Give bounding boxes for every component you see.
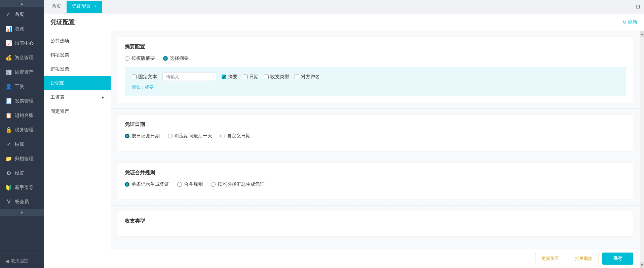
radio-single-record-label: 单条记录生成凭证	[131, 181, 169, 187]
reports-icon: 📈	[5, 40, 12, 46]
checkbox-date[interactable]: 日期	[243, 74, 259, 80]
sidebar-item-sales-ledger-label: 进销台账	[15, 113, 34, 119]
scroll-up-arrow[interactable]: ▲	[640, 31, 644, 37]
sidebar-item-close-accounts[interactable]: ✓ 结账	[0, 137, 44, 151]
radio-select-summary[interactable]: 选择摘要	[163, 55, 189, 61]
checkbox-counterpart[interactable]: 对方户名	[295, 74, 320, 80]
left-nav-payroll-table[interactable]: 工资表 ▾	[44, 90, 111, 104]
pin-icon: ◀	[5, 259, 9, 264]
radio-period-last-day-input[interactable]	[168, 134, 173, 138]
radio-custom-date-label: 自定义日期	[227, 133, 251, 139]
checkbox-date-input[interactable]	[243, 75, 248, 79]
checkbox-counterpart-input[interactable]	[295, 75, 299, 79]
checkbox-fixed-text[interactable]: 固定文本	[132, 74, 157, 80]
sidebar-item-guide-label: 新手引导	[15, 185, 34, 191]
radio-custom-date-input[interactable]	[220, 134, 225, 138]
sidebar-item-invoice-mgmt[interactable]: 🧾 发票管理	[0, 94, 44, 108]
divider-3	[111, 205, 640, 206]
radio-journal-date[interactable]: 按日记账日期	[125, 133, 160, 139]
sidebar-item-reports[interactable]: 📈 报表中心	[0, 36, 44, 50]
left-nav-journal-label: 日记账	[50, 80, 65, 86]
body-area: 公共选项 销项发票 进项发票 日记账 工资表 ▾ 固定资产	[44, 31, 644, 268]
summary-preview: 例如：摘要	[132, 84, 619, 90]
left-nav-public-label: 公共选项	[50, 38, 69, 44]
sidebar-item-ledger[interactable]: 📊 总账	[0, 21, 44, 36]
left-nav-fixed-asset-label: 固定资产	[50, 108, 69, 115]
summary-checkbox-label: 摘要	[228, 74, 237, 80]
right-scrollbar: ▲ ▼	[640, 31, 644, 268]
sidebar-item-tax-mgmt[interactable]: 🔒 税务管理	[0, 123, 44, 137]
tax-mgmt-icon: 🔒	[5, 127, 12, 133]
radio-summary-generate[interactable]: 按照选择汇总生成凭证	[211, 181, 265, 187]
sidebar-item-vip[interactable]: V 畅会员	[0, 195, 44, 209]
sidebar-item-archive-mgmt-label: 归档管理	[15, 156, 34, 162]
close-accounts-icon: ✓	[5, 141, 12, 147]
sidebar-scroll-up[interactable]: ▲	[0, 0, 44, 7]
left-nav-journal[interactable]: 日记账	[44, 76, 111, 90]
divider-1	[111, 108, 640, 109]
save-button[interactable]: 保存	[602, 253, 633, 265]
refresh-label: 刷新	[628, 19, 637, 25]
radio-template-input[interactable]	[125, 56, 129, 61]
checkbox-income-type[interactable]: 收支类型	[264, 74, 289, 80]
tab-home[interactable]: 首页	[46, 1, 67, 13]
left-nav-fixed-asset[interactable]: 固定资产	[44, 104, 111, 119]
sales-ledger-icon: 📋	[5, 112, 12, 119]
radio-template-summary[interactable]: 按模版摘要	[125, 55, 155, 61]
sidebar-item-sales-ledger[interactable]: 📋 进销台账	[0, 108, 44, 123]
tab-bar: 首页 凭证配置 × — ⊡	[44, 0, 644, 13]
checkbox-summary[interactable]: 摘要	[222, 74, 237, 80]
sidebar-pin-button[interactable]: ◀ 取消固定	[0, 254, 44, 268]
fixed-text-label: 固定文本	[138, 74, 157, 80]
radio-single-record[interactable]: 单条记录生成凭证	[125, 181, 169, 187]
sidebar-item-settings[interactable]: ⚙ 设置	[0, 166, 44, 180]
sidebar-item-guide[interactable]: 🔰 新手引导	[0, 180, 44, 195]
radio-template-label: 按模版摘要	[131, 55, 155, 61]
sidebar-item-settings-label: 设置	[15, 170, 24, 176]
sidebar-item-home[interactable]: ⌂ 首页	[0, 7, 44, 21]
sidebar-item-payroll[interactable]: 👤 工资	[0, 79, 44, 94]
summary-config-box: 固定文本 摘要 日期	[125, 67, 626, 96]
refresh-button[interactable]: ↻ 刷新	[622, 19, 637, 25]
scroll-down-arrow[interactable]: ▼	[640, 262, 644, 268]
checkbox-income-type-input[interactable]	[264, 75, 269, 79]
checkbox-fixed-text-input[interactable]	[132, 75, 137, 79]
update-preview-button[interactable]: 更新预置	[535, 253, 565, 264]
left-nav: 公共选项 销项发票 进项发票 日记账 工资表 ▾ 固定资产	[44, 31, 111, 268]
sidebar-item-funds[interactable]: 💰 资金管理	[0, 50, 44, 65]
main-content: 摘要配置 按模版摘要 选择摘要	[111, 31, 640, 249]
tab-restore-button[interactable]: ⊡	[634, 2, 641, 11]
radio-merge-rule[interactable]: 合并规则	[177, 181, 203, 187]
batch-delete-button[interactable]: 批量删除	[569, 253, 599, 264]
fixed-text-input[interactable]	[162, 73, 216, 81]
radio-journal-date-label: 按日记账日期	[131, 133, 160, 139]
radio-period-last-day[interactable]: 对应期间最后一天	[168, 133, 212, 139]
left-nav-purchase-invoice[interactable]: 进项发票	[44, 62, 111, 76]
summary-radio-group: 按模版摘要 选择摘要	[125, 55, 626, 61]
sidebar: ▲ ⌂ 首页 📊 总账 📈 报表中心 💰 资金管理 🏢 固定资产 👤 工资 🧾 …	[0, 0, 44, 268]
radio-custom-date[interactable]: 自定义日期	[220, 133, 251, 139]
checkbox-summary-input[interactable]	[222, 75, 226, 79]
payroll-chevron-icon: ▾	[102, 95, 104, 100]
radio-summary-generate-input[interactable]	[211, 182, 216, 187]
tab-voucher-config[interactable]: 凭证配置 ×	[67, 1, 102, 13]
sidebar-scroll-down[interactable]: ▼	[0, 209, 44, 216]
radio-select-input[interactable]	[163, 56, 168, 61]
radio-period-last-day-label: 对应期间最后一天	[175, 133, 212, 139]
sidebar-item-archive-mgmt[interactable]: 📁 归档管理	[0, 151, 44, 166]
sidebar-item-fixed-assets[interactable]: 🏢 固定资产	[0, 65, 44, 79]
sidebar-item-invoice-mgmt-label: 发票管理	[15, 98, 34, 104]
tab-close-icon[interactable]: ×	[94, 4, 97, 9]
radio-journal-date-input[interactable]	[125, 134, 129, 138]
left-nav-public[interactable]: 公共选项	[44, 34, 111, 48]
sidebar-item-funds-label: 资金管理	[15, 55, 34, 61]
date-checkbox-label: 日期	[249, 74, 259, 80]
left-nav-sales-invoice[interactable]: 销项发票	[44, 48, 111, 62]
radio-select-label: 选择摘要	[170, 55, 189, 61]
sidebar-item-home-label: 首页	[15, 11, 24, 17]
radio-single-record-input[interactable]	[125, 182, 129, 187]
left-nav-payroll-table-label: 工资表	[50, 94, 65, 100]
radio-merge-rule-input[interactable]	[177, 182, 182, 187]
vip-icon: V	[5, 199, 12, 205]
tab-minimize-button[interactable]: —	[623, 2, 632, 11]
